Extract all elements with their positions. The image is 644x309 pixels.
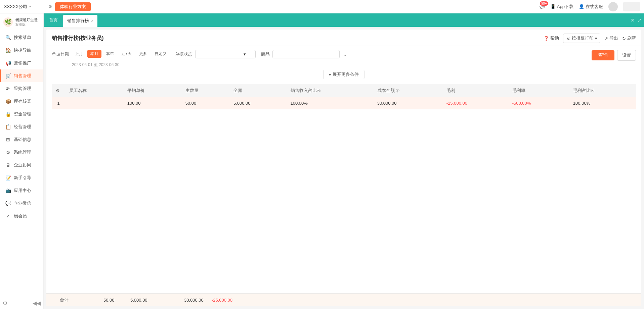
goods-more-icon[interactable]: …: [342, 52, 346, 57]
operations-icon: 📋: [5, 124, 11, 130]
sidebar-item-member[interactable]: ✓ 畅会员: [0, 210, 43, 222]
status-select[interactable]: ▾: [195, 50, 256, 58]
col-avg-price: 平均单价: [123, 84, 181, 97]
sidebar-item-basic[interactable]: ⊞ 基础信息: [0, 133, 43, 146]
sidebar-settings-icon[interactable]: ⚙: [3, 300, 7, 306]
tab-home[interactable]: 首页: [44, 13, 63, 27]
refresh-button[interactable]: ↻ 刷新: [622, 35, 636, 41]
sidebar-item-shortcut[interactable]: 🏠 快捷导航: [0, 44, 43, 57]
goods-input[interactable]: [272, 50, 340, 58]
tab-bar: 首页 销售排行榜 × ✕ ⤢: [44, 13, 644, 27]
export-button[interactable]: ↗ 导出: [604, 35, 618, 41]
export-label: 导出: [609, 35, 618, 41]
sidebar-label-purchase: 采购管理: [14, 86, 31, 92]
online-service-button[interactable]: 👤 在线客服: [579, 4, 603, 10]
table-body: 1 100.00 50.00 5,000.00 100.00% 30,000.0…: [52, 97, 636, 109]
company-selector[interactable]: XXXXX公司 ▾: [4, 4, 44, 10]
date-tab-more[interactable]: 更多: [136, 50, 150, 58]
user-name-area[interactable]: [623, 2, 640, 11]
col-gross-pct: 毛利占比%: [569, 84, 636, 97]
sidebar-item-purchase[interactable]: 🛍 采购管理: [0, 82, 43, 95]
print-label: 按模板打印: [572, 35, 594, 41]
appcenter-icon: 📺: [5, 188, 11, 193]
date-tab-this-year[interactable]: 本年: [103, 50, 117, 58]
help-button[interactable]: ❓ 帮助: [544, 35, 559, 41]
query-button[interactable]: 查询: [592, 50, 614, 60]
cell-cost: 30,000.00: [373, 97, 442, 109]
app-subtitle: 标准版: [15, 22, 38, 27]
date-tab-group: 上月 本月 本年 近7天 更多 自定义: [72, 50, 170, 58]
status-filter-label: 单据状态: [175, 51, 192, 57]
date-filter-label: 单据日期: [52, 51, 69, 57]
date-tab-prev-month[interactable]: 上月: [72, 50, 86, 58]
basic-icon: ⊞: [5, 137, 11, 142]
message-button[interactable]: 💬 99+: [540, 4, 545, 9]
tab-close-icon[interactable]: ×: [91, 18, 93, 23]
expand-icon: ▾: [329, 72, 331, 77]
expand-conditions-button[interactable]: ▾ 展开更多条件: [323, 70, 364, 79]
cell-sales-pct: 100.00%: [287, 97, 373, 109]
print-button[interactable]: 🖨 按模板打印 ▾: [563, 34, 600, 43]
sales-icon: 🛒: [5, 73, 11, 79]
sidebar-label-finance: 资金管理: [14, 111, 31, 117]
footer-amount: 5,000.00: [126, 298, 153, 303]
cost-info-icon: ⓘ: [396, 89, 399, 93]
sidebar-item-system[interactable]: ⚙ 系统管理: [0, 146, 43, 159]
settings-icon[interactable]: ⚙: [48, 4, 52, 9]
date-range-text: 2023-06-01 至 2023-06-30: [52, 62, 636, 68]
footer-qty: 50.00: [99, 298, 126, 303]
expand-label: 展开更多条件: [333, 71, 359, 78]
sidebar-collapse-icon[interactable]: ◀◀: [33, 300, 41, 306]
status-dropdown-icon: ▾: [244, 52, 246, 57]
sidebar-item-inventory[interactable]: 📦 库存核算: [0, 95, 43, 108]
col-cost: 成本全额 ⓘ: [373, 84, 442, 97]
tab-controls: ✕ ⤢: [631, 17, 644, 23]
sidebar-label-inventory: 库存核算: [14, 98, 31, 104]
app-download-label: App下载: [557, 4, 573, 10]
refresh-icon: ↻: [622, 36, 626, 41]
cell-qty: 50.00: [181, 97, 229, 109]
top-right-actions: 💬 99+ 📱 App下载 👤 在线客服: [540, 2, 640, 11]
footer-total-row: 合计 50.00 5,000.00 30,000.00 -25,000.00: [46, 293, 641, 306]
main-layout: 🌿 畅康通好生意 标准版 🔍 搜索菜单 🏠 快捷导航 📢 营销推广 🛒 销售管理…: [0, 13, 644, 309]
sidebar-item-finance[interactable]: 🔒 资金管理: [0, 108, 43, 120]
sidebar-item-marketing[interactable]: 📢 营销推广: [0, 57, 43, 69]
sidebar-item-enterprise[interactable]: 🖥 企业协同: [0, 159, 43, 171]
trial-button[interactable]: 体验行业方案: [55, 2, 91, 11]
table-settings-button[interactable]: 设置: [617, 50, 636, 61]
tab-expand-icon[interactable]: ⤢: [637, 17, 641, 23]
col-gross-rate: 毛利率: [508, 84, 569, 97]
date-tab-custom[interactable]: 自定义: [152, 50, 170, 58]
sidebar-item-sales[interactable]: 🛒 销售管理: [0, 69, 43, 82]
sidebar-label-wechat: 企业微信: [14, 200, 31, 206]
table-row: 1 100.00 50.00 5,000.00 100.00% 30,000.0…: [52, 97, 636, 109]
help-label: 帮助: [550, 35, 559, 41]
sidebar-item-appcenter[interactable]: 📺 应用中心: [0, 184, 43, 197]
footer-gross: -25,000.00: [208, 298, 237, 303]
sidebar-item-guide[interactable]: 📝 新手引导: [0, 171, 43, 184]
sidebar-label-marketing: 营销推广: [14, 60, 31, 66]
sidebar-item-search[interactable]: 🔍 搜索菜单: [0, 31, 43, 44]
tab-close-window-icon[interactable]: ✕: [631, 17, 635, 23]
tab-sales-ranking[interactable]: 销售排行榜 ×: [63, 15, 97, 27]
sidebar-label-appcenter: 应用中心: [14, 188, 31, 194]
print-dropdown-icon: ▾: [595, 36, 597, 41]
sidebar-item-wechat[interactable]: 💬 企业微信: [0, 197, 43, 210]
date-tab-this-month[interactable]: 本月: [87, 50, 101, 58]
user-avatar[interactable]: [608, 2, 618, 11]
enterprise-icon: 🖥: [5, 162, 11, 168]
app-download-button[interactable]: 📱 App下载: [550, 4, 573, 10]
app-download-icon: 📱: [550, 4, 556, 9]
page-title: 销售排行榜(按业务员): [52, 35, 104, 42]
home-icon: 🏠: [5, 48, 11, 53]
cell-rank: 1: [52, 97, 65, 109]
sidebar-label-basic: 基础信息: [14, 137, 31, 143]
refresh-label: 刷新: [627, 35, 636, 41]
footer-label: 合计: [56, 297, 73, 303]
col-settings-icon[interactable]: ⚙: [52, 84, 65, 97]
sidebar-item-operations[interactable]: 📋 经营管理: [0, 120, 43, 133]
date-tab-7days[interactable]: 近7天: [118, 50, 135, 58]
message-badge: 99+: [540, 1, 548, 6]
sidebar-label-operations: 经营管理: [14, 124, 31, 130]
header-actions: ❓ 帮助 🖨 按模板打印 ▾ ↗ 导出 ↻: [544, 34, 636, 43]
